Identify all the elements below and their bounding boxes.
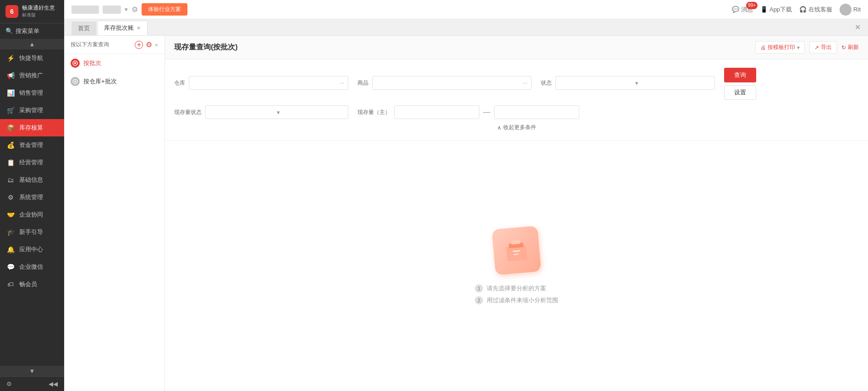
sidebar-scroll-down[interactable]: ▼ xyxy=(0,366,64,376)
goods-input[interactable] xyxy=(376,80,523,87)
stock-main-min-input-wrap[interactable] xyxy=(394,105,479,119)
user-avatar-btn[interactable]: Rit xyxy=(840,4,861,16)
tab-home[interactable]: 首页 xyxy=(71,22,96,35)
inventory-icon: 📦 xyxy=(6,124,15,132)
sidebar-item-inventory[interactable]: 📦 库存核算 xyxy=(0,119,64,136)
sidebar-item-guide[interactable]: 🎓 新手引导 xyxy=(0,223,64,241)
print-dropdown-icon[interactable]: ▾ xyxy=(797,44,800,51)
filter-row-1: 仓库 ··· 商品 ··· 状态 xyxy=(174,66,859,100)
tabbar: 首页 库存批次账 ✕ ✕ xyxy=(64,19,868,36)
tabbar-close-all-btn[interactable]: ✕ xyxy=(855,23,861,32)
stock-main-max[interactable] xyxy=(498,109,575,116)
try-industry-btn[interactable]: 体验行业方案 xyxy=(142,3,187,16)
export-btn[interactable]: ↗ 导出 xyxy=(809,41,837,54)
sidebar-item-label: 经营管理 xyxy=(19,158,43,167)
plan-settings-icon[interactable]: ⚙ xyxy=(146,40,152,49)
message-icon: 💬 xyxy=(732,6,739,13)
service-icon: 🎧 xyxy=(799,6,807,13)
app-download-label: App下载 xyxy=(769,5,792,14)
status-select[interactable]: ▾ xyxy=(555,76,715,90)
sidebar-item-enterprise[interactable]: 🤝 企业协同 xyxy=(0,206,64,223)
app-download-btn[interactable]: 📱 App下载 xyxy=(760,5,792,14)
sidebar-item-label: 企业微信 xyxy=(19,263,43,271)
warehouse-label: 仓库 xyxy=(174,79,185,87)
user-name: Rit xyxy=(853,6,861,13)
sidebar-item-label: 快捷导航 xyxy=(19,54,43,62)
sidebar-bottom: ⚙ ◀◀ xyxy=(0,376,64,391)
breadcrumb xyxy=(71,5,121,14)
collapse-label: 收起更多条件 xyxy=(503,124,536,131)
main-area: ▾ ⚙ 体验行业方案 💬 消息 99+ 📱 App下载 🎧 在线客服 Rit xyxy=(64,0,868,391)
tab-home-label: 首页 xyxy=(78,24,90,33)
collapse-icon: ∧ xyxy=(497,125,501,131)
warehouse-input[interactable] xyxy=(193,80,340,87)
empty-tips: 1 请先选择要分析的方案 2 用过滤条件来缩小分析范围 xyxy=(475,284,558,304)
sidebar-nav: ⚡ 快捷导航 📢 营销推广 📊 销售管理 🛒 采购管理 📦 库存核算 💰 资金管… xyxy=(0,49,64,366)
sidebar-item-label: 企业协同 xyxy=(19,211,43,219)
tab-close-btn[interactable]: ✕ xyxy=(137,25,141,31)
right-action-buttons: 查询 设置 xyxy=(724,68,756,100)
tab-inventory-batch[interactable]: 库存批次账 ✕ xyxy=(97,21,148,35)
plan-item-by-batch[interactable]: 按批次 xyxy=(64,54,165,72)
messages-badge: 99+ xyxy=(746,2,758,9)
sidebar-item-quick-nav[interactable]: ⚡ 快捷导航 xyxy=(0,49,64,67)
stock-status-chevron: ▾ xyxy=(277,109,344,116)
online-service-btn[interactable]: 🎧 在线客服 xyxy=(799,5,832,14)
sidebar-menu-icon[interactable]: ◀◀ xyxy=(49,380,58,387)
warehouse-more-icon[interactable]: ··· xyxy=(340,80,344,86)
stock-status-select[interactable]: ▾ xyxy=(205,105,348,119)
add-plan-btn[interactable]: + xyxy=(135,41,143,49)
sidebar-item-label: 应用中心 xyxy=(19,245,43,254)
warehouse-input-wrap[interactable]: ··· xyxy=(189,76,348,90)
settings-btn[interactable]: 设置 xyxy=(724,85,756,100)
tip-number-2: 2 xyxy=(475,296,483,304)
sidebar-item-operation[interactable]: 📋 经营管理 xyxy=(0,154,64,171)
query-btn[interactable]: 查询 xyxy=(724,68,756,82)
stock-main-max-input-wrap[interactable] xyxy=(494,105,579,119)
plan-icon-by-batch xyxy=(71,59,80,68)
marketing-icon: 📢 xyxy=(6,71,15,80)
sidebar-item-system[interactable]: ⚙ 系统管理 xyxy=(0,189,64,206)
plan-item-by-warehouse-batch[interactable]: 按仓库+批次 xyxy=(64,72,165,91)
sidebar-item-wechat[interactable]: 💬 企业微信 xyxy=(0,258,64,276)
sidebar-item-sales[interactable]: 📊 销售管理 xyxy=(0,84,64,102)
sidebar-item-app-center[interactable]: 🔔 应用中心 xyxy=(0,241,64,258)
goods-input-wrap[interactable]: ··· xyxy=(372,76,532,90)
download-icon: 📱 xyxy=(760,6,768,13)
topbar-settings-icon[interactable]: ⚙ xyxy=(132,5,138,14)
app-version: 标准版 xyxy=(22,12,55,18)
sidebar-settings-icon[interactable]: ⚙ xyxy=(6,380,12,387)
finance-icon: 💰 xyxy=(6,141,15,149)
sidebar-item-purchase[interactable]: 🛒 采购管理 xyxy=(0,102,64,119)
filter-warehouse: 仓库 ··· xyxy=(174,76,348,90)
goods-more-icon[interactable]: ··· xyxy=(523,80,527,86)
app-name: 畅康通好生意 xyxy=(22,5,55,12)
sidebar-item-basic[interactable]: 🗂 基础信息 xyxy=(0,171,64,189)
sidebar: 6 畅康通好生意 标准版 🔍 搜索菜单 ▲ ⚡ 快捷导航 📢 营销推广 📊 销售… xyxy=(0,0,64,391)
empty-state: 1 请先选择要分析的方案 2 用过滤条件来缩小分析范围 xyxy=(165,141,868,391)
enterprise-icon: 🤝 xyxy=(6,211,15,219)
goods-label: 商品 xyxy=(357,79,368,87)
sales-icon: 📊 xyxy=(6,89,15,97)
sidebar-item-finance[interactable]: 💰 资金管理 xyxy=(0,136,64,154)
empty-tip-2: 2 用过滤条件来缩小分析范围 xyxy=(475,296,558,304)
logo-icon: 6 xyxy=(5,5,18,18)
sidebar-item-member[interactable]: 🏷 畅会员 xyxy=(0,276,64,293)
breadcrumb-dropdown[interactable]: ▾ xyxy=(125,6,128,13)
guide-icon: 🎓 xyxy=(6,228,15,236)
stock-main-min[interactable] xyxy=(398,109,475,116)
refresh-btn[interactable]: ↻ 刷新 xyxy=(841,43,859,51)
left-panel-collapse-btn[interactable]: « xyxy=(155,42,158,48)
system-icon: ⚙ xyxy=(6,193,15,201)
status-label: 状态 xyxy=(541,79,552,87)
left-panel-title: 按以下方案查询 xyxy=(71,41,109,49)
search-menu-label: 搜索菜单 xyxy=(16,27,39,35)
print-btn[interactable]: 🖨 按模板打印 ▾ xyxy=(755,41,805,54)
sidebar-item-marketing[interactable]: 📢 营销推广 xyxy=(0,67,64,84)
sidebar-scroll-up[interactable]: ▲ xyxy=(0,39,64,49)
filter-collapse-btn[interactable]: ∧ 收起更多条件 xyxy=(174,121,859,134)
sidebar-item-label: 系统管理 xyxy=(19,193,43,201)
tip-text-2: 用过滤条件来缩小分析范围 xyxy=(487,296,558,304)
messages-btn[interactable]: 💬 消息 99+ xyxy=(732,5,753,14)
search-menu[interactable]: 🔍 搜索菜单 xyxy=(0,23,64,39)
